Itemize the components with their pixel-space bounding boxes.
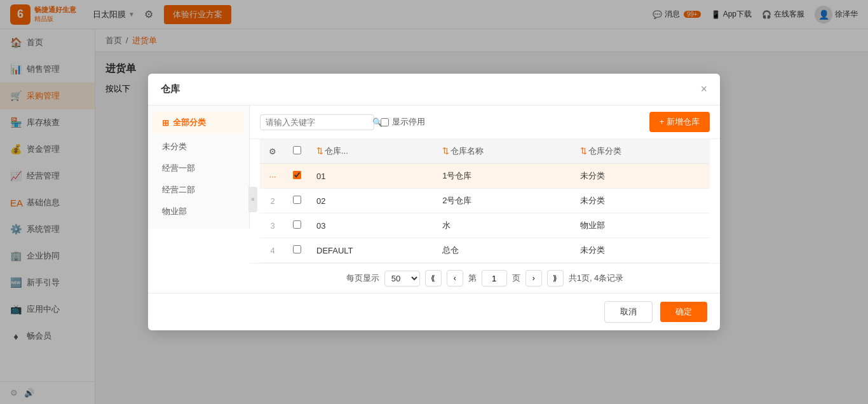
add-warehouse-button[interactable]: + 新增仓库	[649, 112, 710, 132]
confirm-button[interactable]: 确定	[660, 302, 707, 322]
modal-sidebar-item-1[interactable]: 经营一部	[148, 158, 249, 179]
row-category: 未分类	[573, 238, 710, 263]
row-cb	[285, 164, 309, 189]
warehouse-modal: 仓库 × ⊞ 全部分类 未分类 经营一部 经营二部 物业部 «	[148, 74, 720, 330]
grid-icon: ⊞	[162, 118, 169, 128]
modal-toolbar: 🔍 显示停用 + 新增仓库	[250, 105, 720, 139]
modal-sidebar-item-0[interactable]: 未分类	[148, 136, 249, 158]
row-name: 1号仓库	[435, 164, 572, 189]
table-row[interactable]: 4 DEFAULT 总仓 未分类	[260, 238, 710, 263]
row-code: DEFAULT	[309, 238, 435, 263]
row-cb	[285, 189, 309, 213]
modal-overlay: 仓库 × ⊞ 全部分类 未分类 经营一部 经营二部 物业部 «	[0, 0, 868, 404]
pagination-summary: 共1页, 4条记录	[569, 273, 624, 284]
row-name: 水	[435, 213, 572, 238]
row-checkbox[interactable]	[293, 245, 301, 253]
modal-footer: 取消 确定	[148, 293, 720, 330]
row-name: 2号仓库	[435, 189, 572, 213]
warehouse-table: ⚙ ⇅仓库... ⇅仓库名称 ⇅仓库分类 ···	[260, 139, 710, 263]
row-code: 01	[309, 164, 435, 189]
row-cb	[285, 238, 309, 263]
table-row[interactable]: 3 03 水 物业部	[260, 213, 710, 238]
row-num: 2	[260, 189, 285, 213]
search-box: 🔍	[260, 114, 374, 130]
row-name: 总仓	[435, 238, 572, 263]
table-row[interactable]: 2 02 2号仓库 未分类	[260, 189, 710, 213]
sort-icon: ⇅	[580, 146, 587, 156]
row-category: 未分类	[573, 164, 710, 189]
row-cb	[285, 213, 309, 238]
sort-icon: ⇅	[442, 146, 449, 156]
sort-icon: ⇅	[316, 146, 323, 156]
row-category: 物业部	[573, 213, 710, 238]
select-all-checkbox[interactable]	[293, 146, 301, 154]
row-code: 03	[309, 213, 435, 238]
modal-close-button[interactable]: ×	[700, 83, 707, 96]
warehouse-table-wrap: ⚙ ⇅仓库... ⇅仓库名称 ⇅仓库分类 ···	[250, 139, 720, 263]
th-code[interactable]: ⇅仓库...	[309, 139, 435, 164]
modal-sidebar-wrapper: ⊞ 全部分类 未分类 经营一部 经营二部 物业部 «	[148, 105, 250, 293]
row-code: 02	[309, 189, 435, 213]
cancel-button[interactable]: 取消	[604, 301, 653, 323]
show-disabled-input[interactable]	[381, 118, 389, 126]
first-page-button[interactable]: ⟪	[425, 270, 442, 286]
modal-sidebar-item-3[interactable]: 物业部	[148, 201, 249, 222]
th-name[interactable]: ⇅仓库名称	[435, 139, 572, 164]
row-num: 4	[260, 238, 285, 263]
per-page-select[interactable]: 50 100	[384, 271, 420, 286]
th-checkbox	[285, 139, 309, 164]
modal-header: 仓库 ×	[148, 74, 720, 105]
page-number-input[interactable]	[482, 270, 507, 286]
row-num: ···	[260, 164, 285, 189]
modal-pagination: 每页显示 50 100 ⟪ ‹ 第 页 › ⟫ 共1页, 4条记录	[250, 263, 720, 293]
row-checkbox[interactable]	[293, 220, 301, 229]
row-category: 未分类	[573, 189, 710, 213]
row-checkbox[interactable]	[293, 196, 301, 204]
modal-body: ⊞ 全部分类 未分类 经营一部 经营二部 物业部 « 🔍	[148, 105, 720, 293]
next-page-button[interactable]: ›	[526, 270, 542, 286]
modal-sidebar-item-2[interactable]: 经营二部	[148, 179, 249, 201]
modal-title: 仓库	[161, 83, 180, 95]
th-category[interactable]: ⇅仓库分类	[573, 139, 710, 164]
search-input[interactable]	[266, 118, 372, 127]
row-checkbox[interactable]	[293, 171, 301, 179]
modal-main: 🔍 显示停用 + 新增仓库 ⚙	[250, 105, 720, 293]
last-page-button[interactable]: ⟫	[547, 270, 564, 286]
row-num: 3	[260, 213, 285, 238]
modal-sidebar-all[interactable]: ⊞ 全部分类	[153, 112, 244, 133]
sidebar-collapse-button[interactable]: «	[248, 187, 257, 212]
prev-page-button[interactable]: ‹	[447, 270, 463, 286]
th-settings[interactable]: ⚙	[260, 139, 285, 164]
modal-sidebar: ⊞ 全部分类 未分类 经营一部 经营二部 物业部	[148, 105, 250, 229]
show-disabled-checkbox[interactable]: 显示停用	[381, 116, 425, 128]
table-row[interactable]: ··· 01 1号仓库 未分类	[260, 164, 710, 189]
